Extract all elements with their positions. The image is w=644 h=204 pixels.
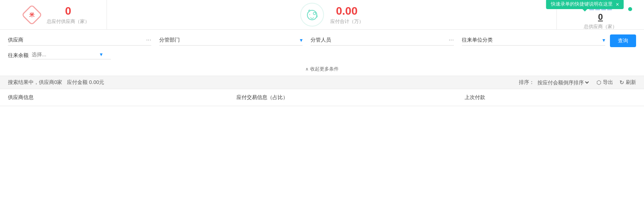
dept-dropdown-icon[interactable]: ▾	[300, 37, 303, 43]
supplier-filter-input[interactable]	[27, 37, 145, 43]
person-filter-label: 分管人员	[311, 36, 331, 44]
svg-text:米: 米	[29, 12, 35, 18]
unit-filter: 往来单位分类 ▾	[462, 36, 605, 46]
person-more-btn[interactable]: ···	[449, 36, 454, 44]
stat-total-supplier-section: 快速录单的快捷键说明在这里 × 0 总供应商（家）	[557, 0, 644, 29]
pig-icon	[305, 7, 320, 22]
unit-dropdown-icon[interactable]: ▾	[602, 37, 605, 43]
payable-icon	[300, 3, 324, 27]
supplier-filter: 供应商 ···	[8, 36, 151, 46]
export-label: 导出	[603, 79, 613, 86]
stats-bar: 米 0 总应付供应商（家） 0.00	[0, 0, 644, 30]
person-filter: 分管人员 ···	[311, 36, 454, 46]
tooltip-dot	[628, 7, 632, 11]
dept-filter: 分管部门 ▾	[159, 36, 303, 46]
balance-filter-input[interactable]	[32, 51, 98, 57]
stat-supplier-section: 米 0 总应付供应商（家）	[0, 0, 107, 29]
dept-filter-label: 分管部门	[159, 36, 180, 44]
diamond-logo: 米	[21, 4, 43, 26]
payable-amount: 0.00	[336, 4, 358, 18]
collapse-row: ∧ 收起更多条件	[8, 63, 636, 76]
total-supplier-label: 总供应商（家）	[584, 23, 617, 30]
supplier-count: 0	[65, 4, 71, 18]
refresh-label: 刷新	[626, 79, 636, 86]
results-summary: 搜索结果中，供应商0家 应付金额 0.00元	[8, 79, 104, 86]
results-actions: 排序： 按应付会额倒序排序 ⬡ 导出 ↻ 刷新	[519, 79, 636, 86]
col-transaction-header: 应付交易信息（占比）	[236, 94, 465, 101]
balance-dropdown-icon[interactable]: ▾	[100, 51, 103, 57]
tooltip-bar: 快速录单的快捷键说明在这里 ×	[546, 0, 624, 9]
svg-point-6	[309, 14, 310, 15]
dept-filter-input[interactable]	[183, 37, 298, 43]
export-icon: ⬡	[596, 79, 601, 86]
sort-section: 排序： 按应付会额倒序排序	[519, 79, 590, 86]
results-amount: 应付金额 0.00元	[67, 79, 104, 86]
results-bar: 搜索结果中，供应商0家 应付金额 0.00元 排序： 按应付会额倒序排序 ⬡ 导…	[0, 76, 644, 89]
collapse-arrow-icon: ∧	[305, 67, 309, 72]
tooltip-close-btn[interactable]: ×	[616, 2, 619, 7]
tooltip-text: 快速录单的快捷键说明在这里	[551, 1, 613, 8]
svg-point-3	[313, 12, 316, 15]
refresh-button[interactable]: ↻ 刷新	[619, 79, 636, 86]
supplier-label: 总应付供应商（家）	[47, 18, 90, 25]
unit-filter-label: 往来单位分类	[462, 36, 493, 44]
col-supplier-header: 供应商信息	[8, 94, 236, 101]
export-button[interactable]: ⬡ 导出	[596, 79, 613, 86]
svg-line-5	[309, 10, 310, 10]
filter-area: 供应商 ··· 分管部门 ▾ 分管人员 ··· 往来单位分类 ▾ 查询 往来余额	[0, 30, 644, 76]
results-text: 搜索结果中，供应商0家	[8, 79, 62, 86]
total-supplier-count: 0	[598, 12, 603, 22]
col-last-payment-header: 上次付款	[465, 94, 636, 101]
sort-select[interactable]: 按应付会额倒序排序	[536, 79, 590, 86]
table-body	[0, 106, 644, 204]
filter-row-1: 供应商 ··· 分管部门 ▾ 分管人员 ··· 往来单位分类 ▾ 查询	[8, 34, 636, 47]
payable-label: 应付合计（万）	[330, 18, 364, 25]
stat-payable-section: 0.00 应付合计（万）	[107, 0, 557, 29]
supplier-filter-label: 供应商	[8, 36, 23, 44]
balance-filter-label: 往来余额	[8, 52, 29, 59]
balance-filter: ▾	[32, 51, 111, 59]
refresh-icon: ↻	[619, 79, 624, 86]
collapse-btn-label: 收起更多条件	[310, 66, 339, 72]
supplier-more-btn[interactable]: ···	[146, 36, 151, 44]
sort-label: 排序：	[519, 79, 534, 86]
filter-row-2: 往来余额 ▾	[8, 51, 636, 59]
collapse-button[interactable]: ∧ 收起更多条件	[305, 66, 339, 72]
search-button[interactable]: 查询	[610, 34, 636, 47]
person-filter-input[interactable]	[334, 37, 447, 43]
unit-filter-input[interactable]	[496, 37, 601, 43]
table-header: 供应商信息 应付交易信息（占比） 上次付款	[0, 89, 644, 106]
